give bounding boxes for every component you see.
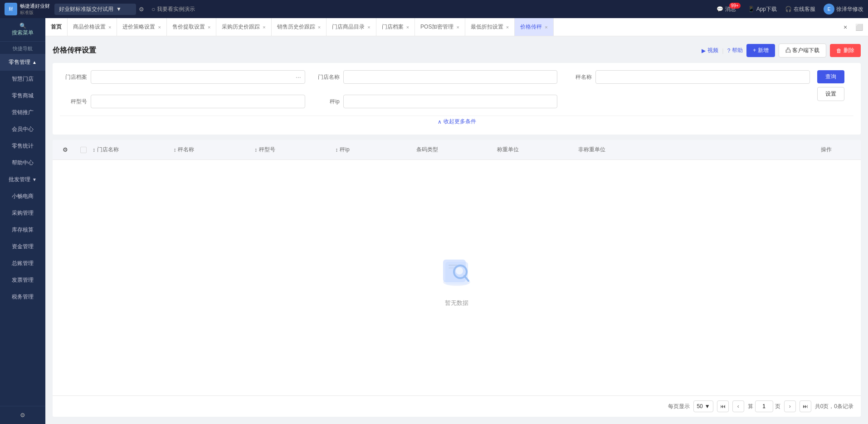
help-link[interactable]: ? 帮助: [727, 47, 743, 54]
search-menu-btn[interactable]: 🔍 搜索菜单: [0, 18, 45, 42]
tab-purchase-history[interactable]: 采购历史价跟踪 ×: [216, 18, 271, 36]
setting-button[interactable]: 设置: [817, 87, 844, 101]
ellipsis-icon[interactable]: ···: [296, 73, 301, 81]
sidebar-item-retail-mgmt[interactable]: 零售管理 ▲: [0, 54, 45, 71]
tab-close-purchase-strategy[interactable]: ×: [158, 24, 161, 30]
sidebar-item-marketing[interactable]: 营销推广: [0, 104, 45, 121]
store-name-input[interactable]: [343, 70, 558, 84]
query-button[interactable]: 查询: [817, 70, 844, 83]
tab-close-pos-mgmt[interactable]: ×: [456, 24, 459, 30]
video-link[interactable]: ▶ 视频: [702, 47, 718, 54]
messages-btn[interactable]: 💬 消息 99+: [717, 5, 736, 13]
tab-store-profile[interactable]: 门店档案 ×: [376, 18, 415, 36]
page-next-btn[interactable]: ›: [784, 400, 796, 412]
data-table: ⚙ ↕ 门店名称 ↕ 秤名称 ↕: [53, 140, 861, 417]
headset-icon: 🎧: [785, 6, 792, 12]
tab-min-discount[interactable]: 最低折扣设置 ×: [465, 18, 515, 36]
store-profile-label: 门店档案: [60, 73, 87, 81]
app-download-btn[interactable]: 📱 App下载: [748, 5, 777, 13]
form-item-store-profile: 门店档案 ···: [60, 70, 305, 84]
version-select[interactable]: 好业财标准版交付试用 ▼: [54, 4, 136, 15]
add-button[interactable]: + 新增: [746, 44, 775, 57]
chevron-down-icon: ▼: [116, 6, 122, 12]
settings-gear-icon[interactable]: ⚙: [139, 6, 144, 13]
sidebar-item-wholesale[interactable]: 批发管理 ▼: [0, 171, 45, 188]
logo-icon: 财: [5, 3, 17, 15]
tab-store-catalog[interactable]: 门店商品目录 ×: [327, 18, 376, 36]
maximize-tab-btn[interactable]: ⬜: [853, 22, 864, 33]
pagination: 每页显示 50 ▼ ⏮ ‹ 算 页 › ⏭: [53, 395, 861, 417]
page-input-wrapper: 算 页: [748, 400, 780, 412]
tab-price-scale[interactable]: 价格传秤 ×: [515, 18, 553, 36]
page-size-select[interactable]: 50 ▼: [693, 400, 713, 412]
page-first-btn[interactable]: ⏮: [717, 400, 729, 412]
search-row-2: 秤型号 秤ip: [60, 95, 810, 108]
quick-nav-label[interactable]: 快捷导航: [0, 42, 45, 54]
tab-purchase-strategy[interactable]: 进价策略设置 ×: [117, 18, 166, 36]
tab-product-price[interactable]: 商品价格设置 ×: [68, 18, 117, 36]
sidebar-item-retail-mall[interactable]: 零售商城: [0, 87, 45, 104]
scale-name-input[interactable]: [595, 70, 810, 84]
delete-icon: 🗑: [836, 48, 842, 54]
svg-rect-7: [449, 267, 455, 269]
sidebar-item-tax[interactable]: 税务管理: [0, 289, 45, 305]
tab-sale-price[interactable]: 售价提取设置 ×: [167, 18, 216, 36]
tab-close-sale-history[interactable]: ×: [318, 24, 321, 30]
user-menu[interactable]: E 徐泽华修改: [824, 4, 863, 14]
scale-name-label: 秤名称: [565, 73, 592, 81]
delete-button[interactable]: 🗑 删除: [830, 44, 861, 57]
scale-ip-input[interactable]: [343, 95, 558, 108]
sidebar-item-inventory[interactable]: 库存核算: [0, 222, 45, 238]
sidebar-item-ledger[interactable]: 总账管理: [0, 255, 45, 272]
tab-close-min-discount[interactable]: ×: [506, 24, 509, 30]
download-button[interactable]: 凸 客户端下载: [779, 43, 826, 58]
sidebar-item-help[interactable]: 帮助中心: [0, 154, 45, 171]
page-last-btn[interactable]: ⏭: [800, 400, 811, 412]
store-profile-select[interactable]: ···: [91, 70, 305, 84]
sidebar-settings-btn[interactable]: ⚙: [0, 406, 45, 424]
tab-close-sale-price[interactable]: ×: [208, 24, 210, 30]
sidebar-item-invoice[interactable]: 发票管理: [0, 272, 45, 289]
form-item-scale-ip: 秤ip: [312, 95, 558, 108]
tab-close-product-price[interactable]: ×: [108, 24, 111, 30]
tab-sale-history[interactable]: 销售历史价跟踪 ×: [272, 18, 327, 36]
avatar: E: [824, 4, 834, 14]
tab-close-purchase-history[interactable]: ×: [263, 24, 265, 30]
sidebar-item-purchase[interactable]: 采购管理: [0, 205, 45, 222]
table-header-row: ⚙ ↕ 门店名称 ↕ 秤名称 ↕: [53, 140, 861, 160]
tab-close-store-profile[interactable]: ×: [406, 24, 409, 30]
demo-link[interactable]: ○ 我要看实例演示: [151, 5, 195, 13]
col-header-operation: 操作: [821, 146, 857, 154]
page-label: 算: [748, 403, 753, 410]
page-size-label: 每页显示: [668, 403, 690, 410]
scale-model-input[interactable]: [91, 95, 305, 108]
table-settings-btn[interactable]: ⚙: [56, 146, 74, 153]
sidebar-item-smart-store[interactable]: 智慧门店: [0, 71, 45, 87]
page-header-actions: ▶ 视频 | ? 帮助 + 新增 凸 客户端下载: [702, 43, 861, 58]
online-service-btn[interactable]: 🎧 在线客服: [785, 5, 815, 13]
collapse-btn[interactable]: ∧ 收起更多条件: [60, 116, 853, 127]
svg-point-4: [456, 267, 463, 275]
chevron-down-icon: ▼: [705, 403, 710, 410]
empty-icon: [434, 248, 479, 294]
sidebar-item-retail-stats[interactable]: 零售统计: [0, 138, 45, 154]
sidebar-item-finance[interactable]: 资金管理: [0, 238, 45, 255]
close-tab-btn[interactable]: ×: [840, 22, 851, 33]
select-all-checkbox[interactable]: [80, 147, 87, 153]
tab-home[interactable]: 首页: [45, 18, 68, 36]
total-info: 共0页，0条记录: [815, 403, 853, 410]
svg-rect-6: [449, 265, 458, 266]
col-header-non-weight-unit: 非称重单位: [578, 146, 821, 154]
col-header-scale-ip: ↕ 秤ip: [335, 146, 416, 154]
logo-text: 畅捷通好业财 标准版: [20, 3, 50, 16]
app-logo: 财 畅捷通好业财 标准版: [5, 3, 50, 16]
page-number-input[interactable]: [755, 400, 773, 412]
tab-pos-mgmt[interactable]: POS加密管理 ×: [415, 18, 465, 36]
sidebar-item-xiao-chang[interactable]: 小畅电商: [0, 188, 45, 205]
search-form: 门店档案 ··· 门店名称: [53, 63, 861, 135]
tab-close-store-catalog[interactable]: ×: [367, 24, 370, 30]
sidebar-item-member[interactable]: 会员中心: [0, 121, 45, 138]
page-prev-btn[interactable]: ‹: [732, 400, 744, 412]
tab-close-price-scale[interactable]: ×: [545, 24, 547, 30]
table-select-all[interactable]: [74, 147, 93, 153]
